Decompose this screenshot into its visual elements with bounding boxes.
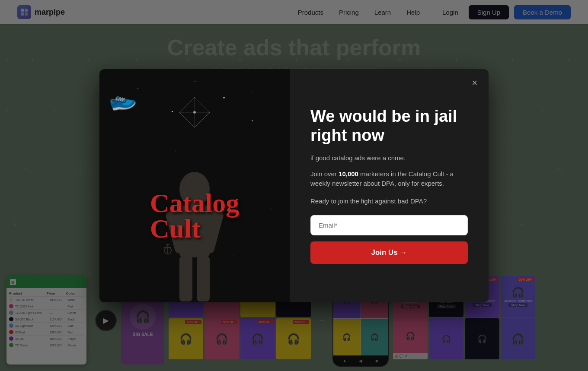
- modal-heading: We would be in jail right now: [310, 107, 468, 145]
- modal-left-text: Catalog Cult: [133, 69, 257, 302]
- modal-close-button[interactable]: ×: [468, 76, 482, 90]
- modal-ready-text: Ready to join the fight against bad DPA?: [310, 197, 468, 205]
- catalog-cult-logo: Catalog Cult: [150, 190, 240, 241]
- modal: 👟 Catalog Cult: [99, 69, 489, 302]
- join-prefix: Join over: [310, 170, 339, 178]
- catalog-title-line1: Catalog: [150, 190, 240, 216]
- email-input[interactable]: [310, 215, 468, 235]
- join-button[interactable]: Join Us →: [310, 241, 468, 264]
- modal-join-text: Join over 10,000 marketers in the Catalo…: [310, 169, 468, 189]
- modal-left-panel: 👟 Catalog Cult: [99, 69, 290, 302]
- modal-overlay: 👟 Catalog Cult: [0, 0, 588, 371]
- join-button-label: Join Us →: [371, 248, 407, 257]
- modal-right-panel: × We would be in jail right now if good …: [290, 69, 489, 302]
- join-count: 10,000: [339, 170, 358, 178]
- modal-subtext: if good catalog ads were a crime.: [310, 153, 468, 163]
- catalog-title-line2: Cult: [150, 216, 240, 241]
